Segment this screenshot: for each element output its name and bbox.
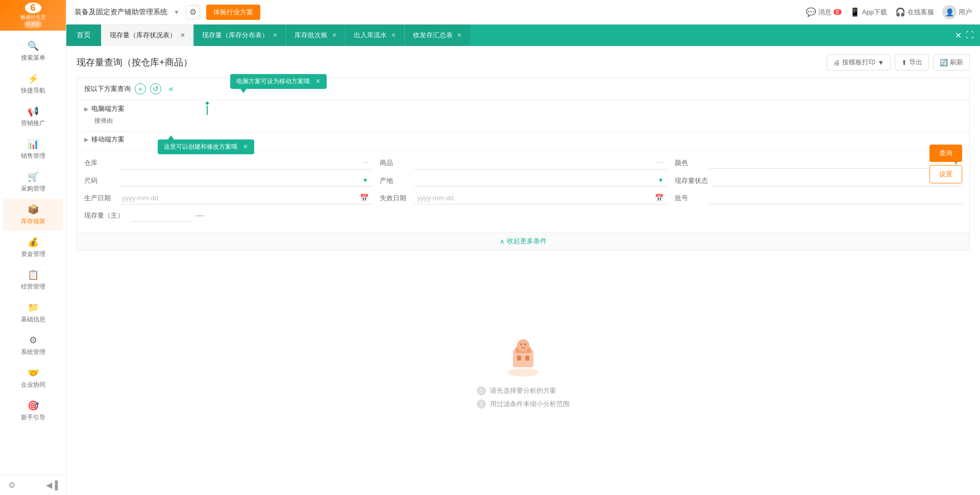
sidebar-item-label: 经营管理 [21, 282, 45, 291]
tab-summary[interactable]: 收发存汇总表 ✕ [404, 25, 470, 46]
expire-date-field: 失效日期 yyyy-mm-dd 📅 [380, 192, 667, 204]
amount-min-input[interactable] [130, 209, 191, 222]
tip-num-1: 1 [477, 386, 486, 395]
color-select[interactable]: ▼ [709, 157, 962, 169]
tab-close-icon[interactable]: ✕ [332, 32, 337, 39]
sidebar-item-sales[interactable]: 📊 销售管理 [3, 133, 63, 166]
batch-input[interactable] [709, 192, 962, 204]
sidebar-item-collab[interactable]: 🤝 企业协同 [3, 362, 63, 394]
svg-rect-7 [525, 356, 529, 361]
sidebar-item-label: 快捷导航 [21, 86, 45, 95]
sidebar-item-operation[interactable]: 📋 经营管理 [3, 264, 63, 296]
produce-date-input[interactable]: yyyy-mm-dd 📅 [119, 192, 372, 204]
tab-label: 现存量（库存状况表） [110, 31, 176, 40]
tab-inventory-distribution[interactable]: 现存量（库存分布表） ✕ [193, 25, 286, 46]
dots-icon: ··· [657, 158, 664, 167]
logo-icon: 6 [25, 3, 41, 13]
notification-button[interactable]: 💬 消息 8 [806, 7, 842, 17]
tab-label: 收发存汇总表 [413, 31, 453, 40]
sidebar-item-label: 营销推广 [21, 119, 45, 128]
filter-refresh-button[interactable]: ↺ [150, 83, 161, 95]
user-label: 用户 [959, 8, 972, 17]
search-button[interactable]: 查询 [929, 145, 962, 162]
tip-text-2: 用过滤条件来缩小分析范围 [490, 399, 570, 409]
refresh-button[interactable]: 🔄 刷新 [933, 54, 970, 70]
sidebar-item-inventory[interactable]: 📦 库存核算 [3, 199, 63, 231]
sidebar-item-nav[interactable]: ⚡ 快捷导航 [3, 68, 63, 100]
tab-close-all-icon[interactable]: ✕ [955, 31, 962, 40]
calendar-icon[interactable]: 📅 [655, 194, 664, 202]
settings-icon[interactable]: ⚙ [8, 480, 15, 490]
chart-icon: 📊 [28, 138, 39, 150]
print-icon: 🖨 [834, 59, 840, 66]
produce-date-label: 生产日期 [84, 194, 115, 203]
produce-date-field: 生产日期 yyyy-mm-dd 📅 [84, 192, 372, 204]
origin-select[interactable]: ▼ [414, 175, 667, 186]
stock-status-select[interactable]: ▼ [712, 175, 962, 186]
app-download-button[interactable]: 📱 App下载 [850, 7, 887, 17]
sidebar-item-label: 库存核算 [21, 217, 45, 226]
tab-close-icon[interactable]: ✕ [273, 32, 278, 39]
tab-home[interactable]: 首页 [66, 25, 101, 46]
tab-label: 库存批次账 [295, 31, 328, 40]
tooltip-close-icon[interactable]: ✕ [315, 78, 321, 85]
sidebar-item-system[interactable]: ⚙ 系统管理 [3, 329, 63, 362]
phone-icon: 📱 [850, 7, 860, 17]
warehouse-select[interactable]: ··· [119, 156, 372, 170]
tab-close-icon[interactable]: ✕ [457, 32, 462, 39]
goods-select[interactable]: ··· [414, 156, 667, 170]
color-field: 颜色 ▼ [675, 156, 962, 170]
gear-button[interactable]: ⚙ [186, 5, 200, 19]
calendar-icon[interactable]: 📅 [360, 194, 369, 202]
cart-icon: 🛒 [28, 171, 39, 182]
headset-icon: 🎧 [895, 7, 905, 17]
tab-home-label: 首页 [77, 31, 91, 40]
tooltip2-close-icon[interactable]: ✕ [243, 143, 248, 150]
filter-row-amount: 现存量（主） — [84, 209, 962, 227]
tab-close-icon[interactable]: ✕ [391, 32, 396, 39]
industry-button[interactable]: 体验行业方案 [206, 5, 260, 20]
empty-tip-1: 1 请先选择要分析的方案 [477, 386, 570, 395]
filter-add-button[interactable]: + [135, 83, 146, 95]
size-label: 尺码 [84, 176, 115, 185]
clipboard-icon: 📋 [28, 269, 39, 280]
tab-batch-account[interactable]: 库存批次账 ✕ [286, 25, 345, 46]
collapse-bar[interactable]: ∧ 收起更多条件 [77, 232, 969, 250]
user-profile-button[interactable]: 👤 用户 [942, 5, 972, 19]
tab-close-icon[interactable]: ✕ [180, 32, 185, 39]
tooltip-text: 这里可以创建和修改方案哦 [164, 143, 237, 150]
scheme-group-desktop: ▶ 电脑端方案 接倚由 [84, 102, 962, 126]
filter-back-button[interactable]: « [165, 83, 177, 95]
export-label: 导出 [909, 58, 922, 67]
tab-inventory-status[interactable]: 现存量（库存状况表） ✕ [101, 25, 193, 46]
sidebar-item-guide[interactable]: 🎯 新手引导 [3, 395, 63, 427]
expire-date-input[interactable]: yyyy-mm-dd 📅 [414, 192, 667, 204]
sidebar-item-basic[interactable]: 📁 基础信息 [3, 297, 63, 329]
tab-flow[interactable]: 出入库流水 ✕ [345, 25, 404, 46]
scheme-item[interactable]: 接倚由 [94, 115, 962, 126]
logo-badge: 标准版 [24, 20, 42, 28]
scheme-mobile-label: 移动端方案 [91, 135, 125, 144]
tab-expand-icon[interactable]: ⛶ [966, 31, 974, 40]
online-support-button[interactable]: 🎧 在线客服 [895, 7, 934, 17]
sidebar-item-finance[interactable]: 💰 资金管理 [3, 231, 63, 264]
svg-point-4 [520, 343, 522, 345]
reset-button[interactable]: 设置 [929, 165, 962, 183]
tab-end-actions: ✕ ⛶ [949, 25, 980, 46]
filter-row-1: 仓库 ··· 商品 ··· [84, 156, 962, 170]
export-button[interactable]: ⬆ 导出 [895, 54, 929, 70]
size-select[interactable]: ▼ [119, 175, 372, 186]
sidebar-item-marketing[interactable]: 📢 营销推广 [3, 101, 63, 133]
top-header-right: 💬 消息 8 📱 App下载 🎧 在线客服 👤 用户 [806, 5, 972, 19]
gear-icon: ⚙ [189, 7, 197, 17]
target-icon: 🎯 [28, 400, 39, 411]
print-button[interactable]: 🖨 按模板打印 ▼ [827, 54, 891, 70]
notification-badge: 8 [834, 9, 842, 15]
collapse-icon[interactable]: ◀▐ [46, 480, 58, 490]
sidebar-item-purchase[interactable]: 🛒 采购管理 [3, 166, 63, 198]
scheme-desktop-header[interactable]: ▶ 电脑端方案 [84, 102, 962, 115]
lightning-icon: ⚡ [28, 73, 39, 84]
box-icon: 📦 [28, 204, 39, 215]
dropdown-arrow-icon[interactable]: ▼ [174, 9, 180, 16]
sidebar-item-search[interactable]: 🔍 搜索菜单 [3, 35, 63, 67]
